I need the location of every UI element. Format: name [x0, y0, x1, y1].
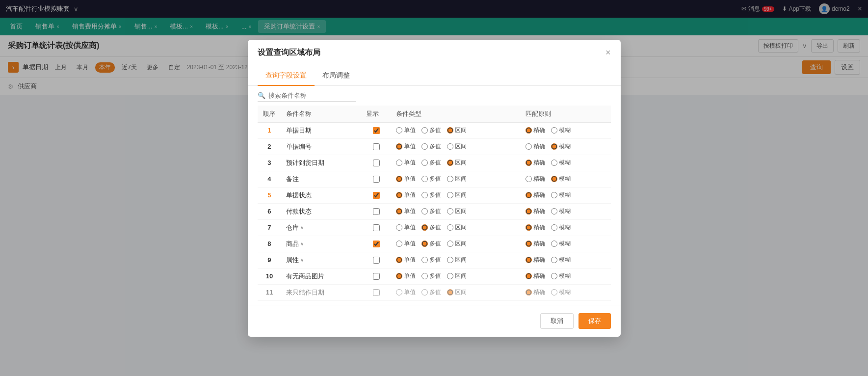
tab-layout-adjust[interactable]: 布局调整	[315, 66, 358, 86]
modal-close-button[interactable]: ×	[605, 48, 611, 57]
modal-body: 查询字段设置 布局调整 🔍 顺序 条	[248, 66, 621, 96]
modal-dialog: 设置查询区域布局 × 查询字段设置 布局调整 🔍	[248, 40, 621, 96]
search-box: 🔍	[258, 92, 356, 96]
modal-header: 设置查询区域布局 ×	[248, 40, 621, 66]
modal-tabs: 查询字段设置 布局调整	[248, 66, 621, 86]
search-input[interactable]	[268, 92, 347, 96]
modal-search-area: 🔍	[248, 86, 621, 96]
search-icon: 🔍	[258, 92, 265, 96]
modal-overlay: 设置查询区域布局 × 查询字段设置 布局调整 🔍	[0, 0, 868, 95]
modal-title: 设置查询区域布局	[258, 48, 320, 58]
tab-query-field-settings[interactable]: 查询字段设置	[258, 66, 315, 86]
